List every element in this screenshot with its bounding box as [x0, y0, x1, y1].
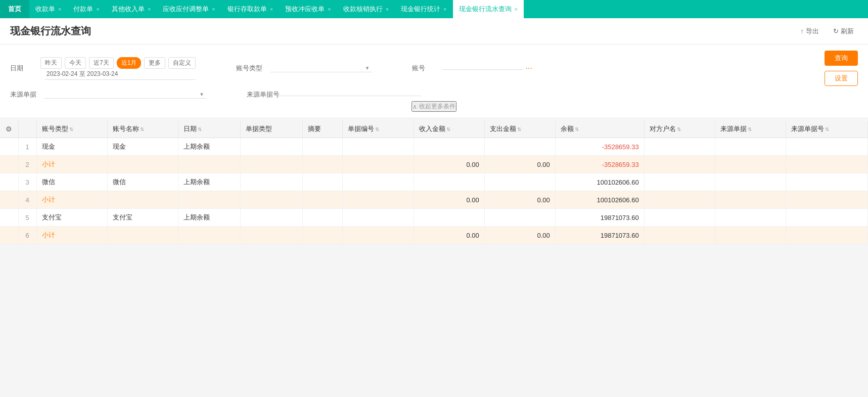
cell-income: 0.00: [414, 191, 484, 209]
cell-counterparty: [644, 173, 715, 191]
col-doc-no[interactable]: 单据编号⇅: [343, 120, 414, 138]
close-icon[interactable]: ×: [148, 6, 151, 12]
refresh-button[interactable]: ↻ 刷新: [829, 25, 858, 38]
col-source-doc[interactable]: 来源单据⇅: [715, 120, 786, 138]
table-area: ⚙ 账号类型⇅ 账号名称⇅ 日期⇅ 单据类型 摘要 单据编号⇅ 收入金额⇅ 支出…: [0, 120, 868, 244]
date-options-col: 昨天 今天 近7天 近1月 更多 自定义 2023-02-24 至 2023-0…: [40, 57, 196, 80]
col-account-name[interactable]: 账号名称⇅: [107, 120, 178, 138]
nav-tab-ar-ap-adjust[interactable]: 应收应付调整单×: [157, 0, 221, 18]
account-filter-col: 账号 ···: [412, 64, 796, 73]
col-account-type[interactable]: 账号类型⇅: [36, 120, 107, 138]
close-icon[interactable]: ×: [212, 6, 215, 12]
cell-account-name: 支付宝: [107, 209, 178, 227]
cell-account-type: 小计: [36, 156, 107, 173]
cell-rownum: 2: [18, 156, 36, 173]
cell-source-doc: [715, 156, 786, 173]
query-button[interactable]: 查询: [825, 51, 858, 66]
data-table: ⚙ 账号类型⇅ 账号名称⇅ 日期⇅ 单据类型 摘要 单据编号⇅ 收入金额⇅ 支出…: [0, 120, 868, 244]
col-summary[interactable]: 摘要: [303, 120, 343, 138]
account-type-arrow-icon: ▼: [364, 65, 370, 71]
account-input[interactable]: [442, 67, 523, 70]
cell-doc-no: [343, 209, 414, 227]
cell-rownum: 4: [18, 191, 36, 209]
nav-tab-cash-flow[interactable]: 现金银行流水查询×: [453, 0, 524, 18]
page-header: 现金银行流水查询 ↑ 导出 ↻ 刷新: [0, 18, 868, 45]
table-row[interactable]: 2小计0.000.00-3528659.33: [0, 156, 868, 173]
account-type-label: 账号类型: [236, 64, 266, 73]
collapse-button[interactable]: ∧ 收起更多条件: [412, 101, 456, 112]
nav-tab-cash-stats[interactable]: 现金银行统计×: [395, 0, 452, 18]
cell-account-type: 现金: [36, 138, 107, 156]
cell-gear: [0, 156, 18, 173]
cell-doc-type: [240, 227, 302, 244]
cell-counterparty: [644, 227, 715, 244]
col-gear[interactable]: ⚙: [0, 120, 18, 138]
date-btn-yesterday[interactable]: 昨天: [40, 57, 62, 69]
col-balance[interactable]: 余额⇅: [555, 120, 644, 138]
cell-date: 上期余额: [178, 209, 240, 227]
header-actions: ↑ 导出 ↻ 刷新: [797, 25, 858, 38]
cell-date: [178, 227, 240, 244]
cell-balance: 19871073.60: [555, 209, 644, 227]
cell-source-doc: [715, 227, 786, 244]
cell-balance: 100102606.60: [555, 173, 644, 191]
table-row[interactable]: 6小计0.000.0019871073.60: [0, 227, 868, 244]
table-row[interactable]: 4小计0.000.00100102606.60: [0, 191, 868, 209]
collapse-icon: ∧: [413, 103, 417, 110]
filter-row-2: 来源单据 ▼ 来源单据号: [10, 90, 858, 99]
nav-tab-receipt[interactable]: 收款单×: [29, 0, 67, 18]
account-dots-button[interactable]: ···: [525, 64, 532, 73]
cell-summary: [303, 209, 343, 227]
gear-settings-icon[interactable]: ⚙: [6, 125, 12, 133]
date-btn-today[interactable]: 今天: [65, 57, 86, 69]
cell-source-doc: [715, 138, 786, 156]
close-icon[interactable]: ×: [58, 6, 61, 12]
col-date[interactable]: 日期⇅: [178, 120, 240, 138]
filter-area: 日期 昨天 今天 近7天 近1月 更多 自定义 2023-02-24 至 202…: [0, 45, 868, 118]
close-icon[interactable]: ×: [386, 6, 389, 12]
cell-expense: 0.00: [484, 191, 555, 209]
nav-tab-pre-receipt[interactable]: 预收冲应收单×: [279, 0, 337, 18]
cell-doc-no: [343, 156, 414, 173]
account-type-select[interactable]: ▼: [270, 64, 372, 72]
nav-tab-receipt-verify[interactable]: 收款核销执行×: [337, 0, 395, 18]
col-expense[interactable]: 支出金额⇅: [484, 120, 555, 138]
export-button[interactable]: ↑ 导出: [797, 25, 824, 38]
nav-tab-home[interactable]: 首页: [0, 0, 29, 18]
cell-source-doc-no: [786, 173, 867, 191]
date-btn-1month[interactable]: 近1月: [117, 57, 142, 69]
source-doc-arrow-icon: ▼: [199, 92, 204, 97]
date-btn-more[interactable]: 更多: [144, 57, 165, 69]
close-icon[interactable]: ×: [328, 6, 331, 12]
table-row[interactable]: 5支付宝支付宝上期余额19871073.60: [0, 209, 868, 227]
nav-tab-other-income[interactable]: 其他收入单×: [106, 0, 157, 18]
nav-tab-payment[interactable]: 付款单×: [67, 0, 105, 18]
cell-doc-type: [240, 191, 302, 209]
cell-account-name: [107, 191, 178, 209]
source-doc-select[interactable]: ▼: [44, 91, 206, 99]
cell-source-doc-no: [786, 209, 867, 227]
col-source-doc-no[interactable]: 来源单据号⇅: [786, 120, 867, 138]
cell-balance: -3528659.33: [555, 156, 644, 173]
date-btn-custom[interactable]: 自定义: [168, 57, 196, 69]
cell-account-type: 小计: [36, 191, 107, 209]
close-icon[interactable]: ×: [270, 6, 273, 12]
col-income[interactable]: 收入金额⇅: [414, 120, 484, 138]
cell-counterparty: [644, 209, 715, 227]
source-doc-no-input[interactable]: [280, 94, 421, 96]
col-doc-type[interactable]: 单据类型: [240, 120, 302, 138]
refresh-icon: ↻: [833, 27, 839, 35]
table-row[interactable]: 1现金现金上期余额-3528659.33: [0, 138, 868, 156]
close-icon[interactable]: ×: [96, 6, 99, 12]
cell-counterparty: [644, 191, 715, 209]
cell-income: [414, 138, 484, 156]
cell-gear: [0, 209, 18, 227]
close-icon[interactable]: ×: [515, 6, 518, 12]
table-row[interactable]: 3微信微信上期余额100102606.60: [0, 173, 868, 191]
col-counterparty[interactable]: 对方户名⇅: [644, 120, 715, 138]
cell-source-doc-no: [786, 156, 867, 173]
settings-button[interactable]: 设置: [825, 71, 858, 86]
nav-tab-bank-deposit[interactable]: 银行存取款单×: [221, 0, 279, 18]
date-btn-7days[interactable]: 近7天: [89, 57, 114, 69]
close-icon[interactable]: ×: [443, 6, 446, 12]
